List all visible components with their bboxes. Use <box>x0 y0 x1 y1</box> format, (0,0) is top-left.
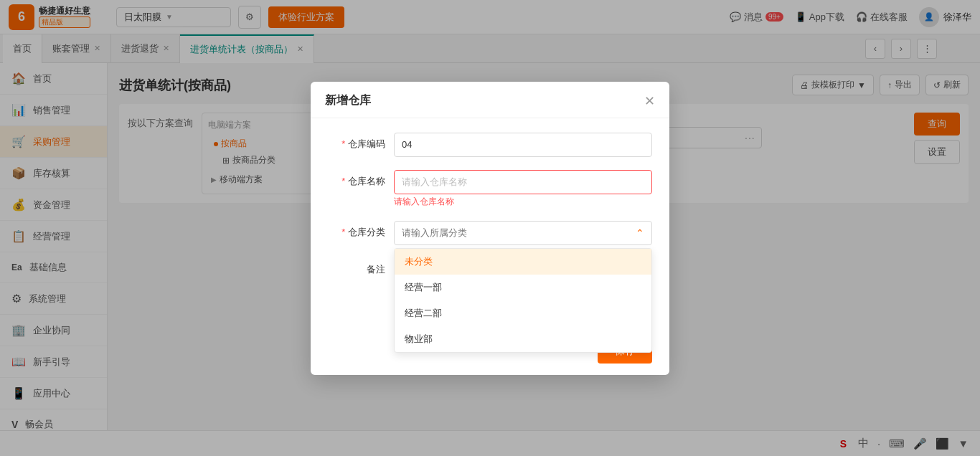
code-row: 仓库编码 <box>328 133 652 157</box>
category-input[interactable] <box>402 227 636 238</box>
category-dropdown: 未分类 经营一部 经营二部 物业部 <box>394 248 652 353</box>
modal-body: 仓库编码 仓库名称 请输入仓库名称 仓库分类 ⌃ <box>311 118 669 331</box>
category-option-dept1[interactable]: 经营一部 <box>395 275 651 300</box>
category-arrow-icon[interactable]: ⌃ <box>636 227 644 239</box>
name-row: 仓库名称 请输入仓库名称 <box>328 170 652 208</box>
name-label: 仓库名称 <box>328 170 385 188</box>
code-input[interactable] <box>394 133 652 157</box>
remark-label: 备注 <box>328 258 385 276</box>
code-field <box>394 133 652 157</box>
modal-close-button[interactable]: ✕ <box>644 93 655 109</box>
category-row: 仓库分类 ⌃ 未分类 经营一部 经营二部 物业部 <box>328 221 652 245</box>
category-field: ⌃ 未分类 经营一部 经营二部 物业部 <box>394 221 652 245</box>
category-input-wrap[interactable]: ⌃ <box>394 221 652 245</box>
category-label: 仓库分类 <box>328 221 385 239</box>
modal-overlay[interactable]: 新增仓库 ✕ 仓库编码 仓库名称 请输入仓库名称 仓库分类 <box>0 0 980 456</box>
new-warehouse-modal: 新增仓库 ✕ 仓库编码 仓库名称 请输入仓库名称 仓库分类 <box>311 82 669 375</box>
name-input[interactable] <box>394 170 652 194</box>
name-field: 请输入仓库名称 <box>394 170 652 208</box>
category-option-dept3[interactable]: 物业部 <box>395 326 651 352</box>
code-label: 仓库编码 <box>328 133 385 151</box>
category-option-unclassified[interactable]: 未分类 <box>395 249 651 275</box>
name-error-msg: 请输入仓库名称 <box>394 196 652 208</box>
category-option-dept2[interactable]: 经营二部 <box>395 300 651 326</box>
modal-title: 新增仓库 <box>325 93 371 108</box>
modal-header: 新增仓库 ✕ <box>311 82 669 118</box>
